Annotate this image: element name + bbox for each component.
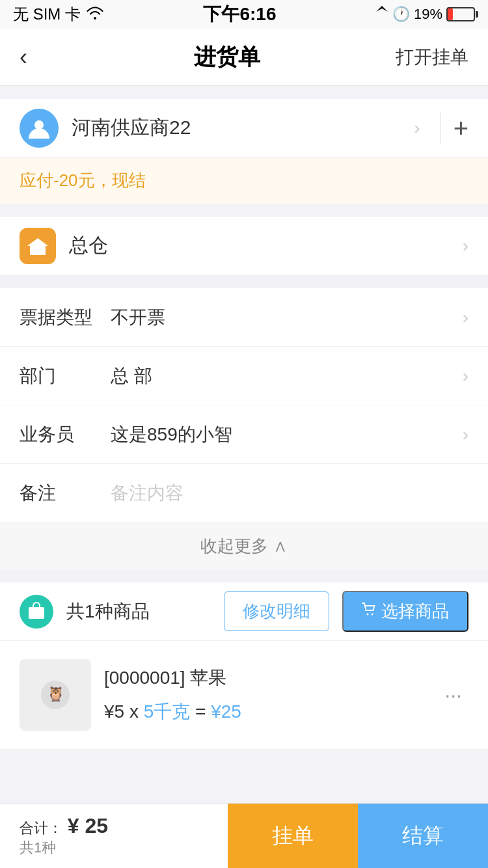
total-section: 合计： ¥ 25 共1种 [0, 814, 228, 858]
warehouse-chevron: › [463, 236, 468, 256]
dept-value: 总 部 [98, 364, 463, 388]
invoice-row[interactable]: 票据类型 不开票 › [0, 288, 488, 347]
equals-sign: = [195, 701, 211, 722]
product-name: [0000001] 苹果 [104, 666, 425, 690]
back-button[interactable]: ‹ [20, 44, 59, 71]
warehouse-icon [20, 228, 56, 264]
supplier-section: 河南供应商22 › + 应付-20元，现结 [0, 99, 488, 204]
invoice-chevron: › [463, 307, 468, 328]
collapse-label: 收起更多 ∧ [200, 535, 287, 558]
svg-point-4 [367, 614, 369, 616]
edit-detail-button[interactable]: 修改明细 [224, 591, 329, 631]
product-title: 苹果 [190, 668, 226, 688]
bottom-spacer [0, 750, 488, 763]
location-icon [375, 5, 388, 23]
battery-icon [446, 7, 475, 21]
bottom-bar: 合计： ¥ 25 共1种 挂单 结算 [0, 803, 488, 868]
notice-row: 应付-20元，现结 [0, 157, 488, 204]
sales-row[interactable]: 业务员 这是859的小智 › [0, 405, 488, 464]
divider-1 [0, 204, 488, 217]
nav-bar: ‹ 进货单 打开挂单 [0, 29, 488, 86]
svg-marker-2 [27, 238, 48, 246]
subtotal: ¥25 [211, 701, 241, 722]
products-header: 共1种商品 修改明细 选择商品 [0, 582, 488, 641]
products-icon [20, 595, 53, 629]
alarm-icon: 🕐 [392, 6, 410, 23]
status-bar-left: 无 SIM 卡 [13, 4, 104, 25]
table-row: 🦉 [0000001] 苹果 ¥5 x 5千克 = ¥25 ··· [0, 641, 488, 750]
product-thumbnail: 🦉 [20, 659, 91, 731]
svg-text:🦉: 🦉 [47, 685, 65, 703]
product-list: 🦉 [0000001] 苹果 ¥5 x 5千克 = ¥25 ··· [0, 641, 488, 750]
sales-label: 业务员 [20, 422, 98, 447]
unit-price: ¥5 x [104, 701, 144, 722]
status-bar-right: 🕐 19% [375, 5, 475, 23]
cart-icon [362, 601, 376, 621]
total-count: 共1种 [20, 838, 208, 858]
dept-row[interactable]: 部门 总 部 › [0, 347, 488, 405]
dept-label: 部门 [20, 364, 98, 388]
warehouse-label: 总仓 [69, 232, 463, 259]
products-count: 共1种商品 [66, 599, 211, 624]
notice-text: 应付-20元，现结 [20, 170, 146, 190]
divider-3 [0, 569, 488, 582]
more-options-button[interactable]: ··· [438, 677, 468, 714]
remark-label: 备注 [20, 481, 98, 506]
svg-point-0 [34, 120, 44, 129]
divider-2 [0, 275, 488, 288]
product-code: [0000001] [104, 668, 190, 688]
warehouse-section: 总仓 › [0, 217, 488, 275]
battery-percent: 19% [414, 6, 442, 23]
invoice-label: 票据类型 [20, 305, 98, 330]
add-supplier-button[interactable]: + [454, 115, 468, 141]
supplier-chevron: › [414, 118, 420, 139]
status-bar: 无 SIM 卡 下午6:16 🕐 19% [0, 0, 488, 29]
sales-chevron: › [463, 424, 468, 445]
supplier-avatar [20, 109, 59, 148]
total-label: 合计： [20, 820, 62, 836]
product-info: [0000001] 苹果 ¥5 x 5千克 = ¥25 [104, 666, 425, 724]
wifi-icon [86, 5, 104, 23]
collapse-toggle[interactable]: 收起更多 ∧ [0, 522, 488, 569]
remark-placeholder: 备注内容 [98, 481, 468, 506]
carrier-label: 无 SIM 卡 [13, 4, 81, 25]
svg-rect-3 [29, 607, 44, 619]
form-section: 票据类型 不开票 › 部门 总 部 › 业务员 这是859的小智 › 备注 备注… [0, 288, 488, 522]
top-divider [0, 86, 488, 99]
warehouse-row[interactable]: 总仓 › [0, 217, 488, 275]
invoice-value: 不开票 [98, 305, 463, 330]
sales-value: 这是859的小智 [98, 422, 463, 447]
supplier-row[interactable]: 河南供应商22 › + [0, 99, 488, 157]
dept-chevron: › [463, 366, 468, 387]
total-row: 合计： ¥ 25 [20, 814, 208, 838]
product-price: ¥5 x 5千克 = ¥25 [104, 699, 425, 724]
svg-rect-1 [30, 245, 46, 255]
quantity: 5千克 [144, 701, 191, 722]
select-product-label: 选择商品 [381, 600, 449, 623]
select-product-button[interactable]: 选择商品 [342, 591, 468, 632]
checkout-button[interactable]: 结算 [358, 804, 488, 869]
total-amount: ¥ 25 [68, 814, 108, 837]
status-bar-time: 下午6:16 [203, 2, 276, 27]
nav-title: 进货单 [194, 42, 260, 72]
hang-button[interactable]: 挂单 [228, 804, 358, 869]
supplier-divider [440, 112, 441, 144]
open-hang-button[interactable]: 打开挂单 [396, 45, 468, 70]
remark-row[interactable]: 备注 备注内容 [0, 464, 488, 522]
supplier-name: 河南供应商22 [72, 115, 414, 141]
svg-point-5 [372, 614, 373, 616]
